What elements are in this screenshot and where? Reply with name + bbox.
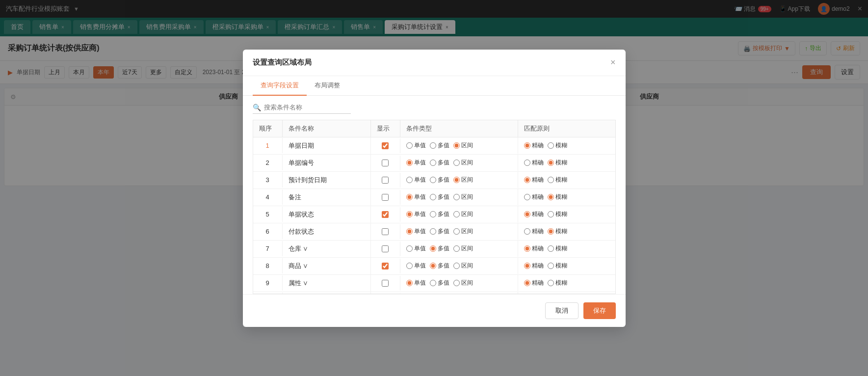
row-match-cell: 精确模糊	[518, 172, 616, 188]
row-num: 3	[253, 172, 283, 188]
match-radio-模糊[interactable]: 模糊	[548, 141, 567, 150]
type-radio-input[interactable]	[430, 160, 436, 166]
display-checkbox[interactable]	[382, 142, 389, 149]
match-radio-input[interactable]	[524, 160, 530, 166]
match-radio-模糊[interactable]: 模糊	[548, 159, 567, 167]
modal-overlay: 设置查询区域布局 × 查询字段设置 布局调整 🔍 顺序 条件名称 显示 条件类型…	[0, 0, 868, 190]
table-row: 3预计到货日期单值多值区间精确模糊	[253, 172, 615, 189]
modal-title: 设置查询区域布局	[253, 58, 312, 67]
modal-close-button[interactable]: ×	[610, 57, 616, 68]
table-row: 4备注单值多值区间精确模糊	[253, 189, 615, 190]
tab-query-fields[interactable]: 查询字段设置	[253, 76, 307, 96]
match-radio-input[interactable]	[548, 142, 554, 149]
th-type: 条件类型	[400, 120, 518, 137]
type-radio-区间[interactable]: 区间	[453, 141, 473, 150]
match-radio-精确[interactable]: 精确	[524, 159, 544, 167]
search-input[interactable]	[264, 104, 342, 111]
type-radio-单值[interactable]: 单值	[406, 159, 426, 167]
modal-table-header: 顺序 条件名称 显示 条件类型 匹配原则	[253, 120, 616, 137]
search-icon: 🔍	[253, 104, 261, 111]
tab-layout-adjust[interactable]: 布局调整	[307, 76, 348, 96]
row-num: 1	[253, 138, 283, 153]
type-radio-input[interactable]	[406, 142, 413, 149]
match-radio-模糊[interactable]: 模糊	[548, 176, 567, 184]
type-radio-input[interactable]	[406, 160, 413, 166]
row-type-cell: 单值多值区间	[400, 189, 518, 190]
display-checkbox[interactable]	[382, 160, 389, 166]
match-radio-input[interactable]	[548, 160, 554, 166]
row-match-cell: 精确模糊	[518, 155, 616, 171]
row-display-cell	[371, 138, 400, 153]
search-box: 🔍	[253, 102, 351, 114]
table-row: 1单据日期单值多值区间精确模糊	[253, 137, 615, 155]
row-match-cell: 精确模糊	[518, 137, 616, 154]
match-radio-精确[interactable]: 精确	[524, 176, 544, 184]
row-display-cell	[371, 190, 400, 190]
modal-header: 设置查询区域布局 ×	[243, 50, 626, 76]
th-display: 显示	[371, 120, 400, 137]
row-type-cell: 单值多值区间	[400, 155, 518, 171]
row-type-cell: 单值多值区间	[400, 172, 518, 188]
type-radio-区间[interactable]: 区间	[453, 159, 473, 167]
type-radio-多值[interactable]: 多值	[430, 176, 449, 184]
type-radio-input[interactable]	[453, 160, 460, 166]
type-radio-input[interactable]	[453, 142, 460, 149]
table-row: 2单据编号单值多值区间精确模糊	[253, 155, 615, 172]
row-condition-name: 预计到货日期	[283, 172, 371, 188]
match-radio-input[interactable]	[524, 142, 530, 149]
modal-tab-bar: 查询字段设置 布局调整	[243, 76, 626, 96]
th-name: 条件名称	[283, 120, 371, 137]
match-radio-精确[interactable]: 精确	[524, 141, 544, 150]
row-match-cell: 精确模糊	[518, 189, 616, 190]
row-num: 4	[253, 189, 283, 190]
match-radio-input[interactable]	[548, 177, 554, 183]
type-radio-单值[interactable]: 单值	[406, 141, 426, 150]
row-condition-name: 单据编号	[283, 155, 371, 171]
type-radio-input[interactable]	[430, 177, 436, 183]
modal-search-area: 🔍	[243, 96, 626, 120]
type-radio-input[interactable]	[430, 142, 436, 149]
th-order: 顺序	[253, 120, 283, 137]
row-num: 2	[253, 155, 283, 170]
modal-dialog: 设置查询区域布局 × 查询字段设置 布局调整 🔍 顺序 条件名称 显示 条件类型…	[243, 50, 626, 190]
row-display-cell	[371, 173, 400, 188]
row-type-cell: 单值多值区间	[400, 137, 518, 154]
type-radio-多值[interactable]: 多值	[430, 159, 449, 167]
display-checkbox[interactable]	[382, 177, 389, 184]
row-condition-name: 备注	[283, 189, 371, 190]
type-radio-input[interactable]	[406, 177, 413, 183]
type-radio-区间[interactable]: 区间	[453, 176, 473, 184]
type-radio-input[interactable]	[453, 177, 460, 183]
th-match: 匹配原则	[518, 120, 616, 137]
row-condition-name: 单据日期	[283, 137, 371, 154]
type-radio-单值[interactable]: 单值	[406, 176, 426, 184]
modal-table-body: 1单据日期单值多值区间精确模糊2单据编号单值多值区间精确模糊3预计到货日期单值多…	[253, 137, 616, 190]
modal-table-area: 顺序 条件名称 显示 条件类型 匹配原则 1单据日期单值多值区间精确模糊2单据编…	[243, 120, 626, 190]
match-radio-input[interactable]	[524, 177, 530, 183]
type-radio-多值[interactable]: 多值	[430, 141, 449, 150]
row-display-cell	[371, 156, 400, 170]
